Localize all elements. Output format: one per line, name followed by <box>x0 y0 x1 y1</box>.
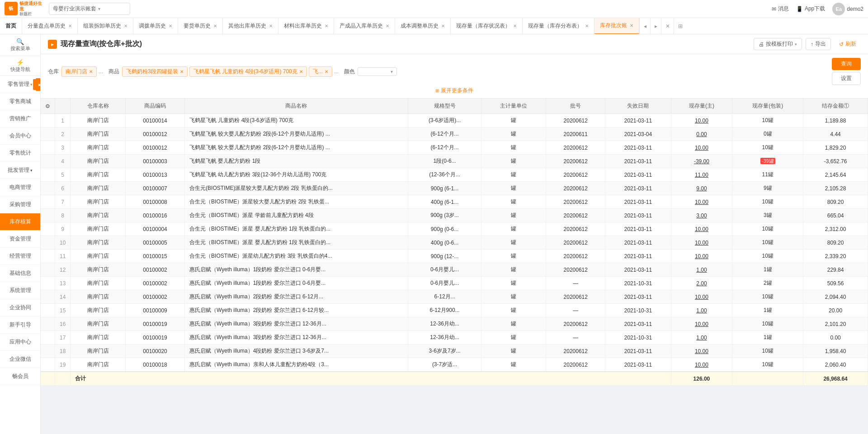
product-tag-1[interactable]: 飞鹤奶粉3段四罐提装 ✕ <box>122 66 188 77</box>
tab-8[interactable]: 成本调整单历史 ✕ <box>395 18 451 34</box>
sidebar-item-purchase[interactable]: 采购管理 <box>0 196 40 213</box>
sidebar-search[interactable]: 🔍 搜索菜单 <box>0 34 40 56</box>
sidebar-item-basics[interactable]: 基础信息 <box>0 265 40 282</box>
sidebar-item-vip[interactable]: 畅会员 <box>0 368 40 385</box>
warehouse-ellipsis: ... <box>99 68 103 75</box>
sidebar-item-members[interactable]: 会员中心 <box>0 127 40 145</box>
sidebar-item-marketing[interactable]: 营销推广 <box>0 110 40 127</box>
sidebar-item-wechat[interactable]: 企业微信 <box>0 351 40 368</box>
tab-10[interactable]: 现存量（库存分布表） ✕ <box>523 18 594 34</box>
cell-qty-main[interactable]: 3.00 <box>671 209 732 222</box>
cell-spec: 12-36月幼... <box>408 331 481 344</box>
cell-unit: 罐 <box>481 344 546 358</box>
tab-7-close[interactable]: ✕ <box>386 24 389 28</box>
tab-2[interactable]: 组装拆卸单历史 ✕ <box>78 18 133 34</box>
cell-qty-main[interactable]: 1.00 <box>671 304 732 317</box>
sidebar-item-retail-store[interactable]: 零售商城 <box>0 93 40 110</box>
expand-more-btn[interactable]: ⊞ 展开更多条件 <box>48 87 861 94</box>
sidebar-item-operations[interactable]: 经营管理 <box>0 248 40 265</box>
tab-1[interactable]: 分量盘点单历史 ✕ <box>22 18 78 34</box>
template-print-btn[interactable]: 🖨 按模板打印 ▾ <box>754 38 802 50</box>
tab-1-close[interactable]: ✕ <box>68 24 72 28</box>
sidebar-item-retail-mgmt[interactable]: 零售管理 ▾ ▸ <box>0 76 40 93</box>
sidebar-item-retail-stats[interactable]: 零售统计 <box>0 145 40 162</box>
tab-home[interactable]: 首页 <box>0 18 22 34</box>
sidebar-item-ecommerce[interactable]: 电商管理 <box>0 179 40 196</box>
tab-8-close[interactable]: ✕ <box>441 24 445 28</box>
cell-qty-main[interactable]: 10.00 <box>671 358 732 372</box>
search-btn[interactable]: 查询 <box>832 58 861 70</box>
cell-spec: 6-12月... <box>408 290 481 304</box>
sidebar-item-inventory[interactable]: 库存核算 <box>0 213 40 231</box>
cell-qty-main[interactable]: 11.00 <box>671 168 732 182</box>
workspace-selector[interactable]: 母婴行业演示账套 ▾ <box>49 3 130 15</box>
nav-arrow-left[interactable]: ◂ <box>640 18 651 34</box>
cell-qty-main[interactable]: 2.00 <box>671 277 732 290</box>
cell-qty-main[interactable]: -39.00 <box>671 155 732 168</box>
cell-qty-main[interactable]: 10.00 <box>671 317 732 331</box>
tab-3-close[interactable]: ✕ <box>169 24 172 28</box>
sidebar-item-system[interactable]: 系统管理 <box>0 282 40 299</box>
nav-expand[interactable]: ⊞ <box>674 18 687 34</box>
tab-4[interactable]: 要货单历史 ✕ <box>178 18 223 34</box>
th-settings[interactable]: ⚙ <box>41 99 55 114</box>
cell-qty-main[interactable]: 10.00 <box>671 290 732 304</box>
cell-qty-main[interactable]: 10.00 <box>671 222 732 236</box>
tab-9[interactable]: 现存量（库存状况表） ✕ <box>451 18 523 34</box>
sidebar-item-system-label: 系统管理 <box>9 287 31 293</box>
warehouse-tag-close[interactable]: ✕ <box>89 69 93 74</box>
app-download-btn[interactable]: 📱 App下载 <box>796 5 825 13</box>
cell-spec: 900g (3岁... <box>408 209 481 222</box>
tab-9-close[interactable]: ✕ <box>513 24 517 28</box>
filter-row: 仓库 南岸门店 ✕ ... 商品 飞鹤奶粉3段四罐提装 <box>48 58 861 85</box>
user-area[interactable]: Ea demo2 <box>832 3 863 15</box>
sidebar-item-finance[interactable]: 资金管理 <box>0 231 40 248</box>
cell-qty-main[interactable]: 1.00 <box>671 331 732 344</box>
tab-5[interactable]: 其他出库单历史 ✕ <box>223 18 278 34</box>
sidebar-item-app-center[interactable]: 应用中心 <box>0 334 40 351</box>
product-tag-2[interactable]: 飞鹤星飞帆 儿童奶粉 4段(3-6岁适用) 700克 ✕ <box>189 66 307 77</box>
cell-qty-main[interactable]: 10.00 <box>671 195 732 209</box>
sidebar-quick-nav[interactable]: ⚡ 快捷导航 <box>0 56 40 76</box>
tab-7[interactable]: 产成品入库单历史 ✕ <box>334 18 395 34</box>
warehouse-tag-nanbank[interactable]: 南岸门店 ✕ <box>61 66 97 77</box>
nav-arrow-right[interactable]: ▸ <box>651 18 661 34</box>
tab-6[interactable]: 材料出库单历史 ✕ <box>278 18 334 34</box>
tab-4-close[interactable]: ✕ <box>213 24 217 28</box>
tab-11-close[interactable]: ✕ <box>630 23 633 28</box>
product-tag-1-close[interactable]: ✕ <box>180 69 184 74</box>
message-btn[interactable]: ✉ 消息 <box>772 5 789 13</box>
cell-qty-pkg: 10罐 <box>732 195 803 209</box>
cell-num: 13 <box>55 277 71 290</box>
sidebar-item-wholesale[interactable]: 批发管理 ▾ <box>0 162 40 179</box>
color-filter: 颜色 ▾ <box>344 67 397 76</box>
cell-qty-main[interactable]: 0.00 <box>671 127 732 141</box>
tab-5-close[interactable]: ✕ <box>269 24 273 28</box>
export-btn[interactable]: ↑ 导出 <box>806 38 831 50</box>
cell-settings <box>41 182 55 195</box>
cell-qty-main[interactable]: 10.00 <box>671 114 732 127</box>
cell-qty-main[interactable]: 10.00 <box>671 141 732 155</box>
orange-expand-arrow[interactable]: ▸ <box>36 78 41 91</box>
tab-10-close[interactable]: ✕ <box>585 24 589 28</box>
cell-num: 10 <box>55 236 71 250</box>
color-input[interactable]: ▾ <box>358 67 397 76</box>
settings-btn[interactable]: 设置 <box>832 72 861 85</box>
cell-qty-main[interactable]: 10.00 <box>671 250 732 263</box>
tab-11[interactable]: 库存批次账 ✕ <box>594 18 639 34</box>
sidebar-item-collab[interactable]: 企业协同 <box>0 299 40 316</box>
cell-qty-main[interactable]: 10.00 <box>671 344 732 358</box>
cell-qty-main[interactable]: 10.00 <box>671 236 732 250</box>
product-tag-3[interactable]: 飞... ✕ <box>309 66 332 77</box>
sidebar-item-guide[interactable]: 新手引导 <box>0 316 40 334</box>
nav-close-all[interactable]: ✕ <box>661 18 674 34</box>
tab-6-close[interactable]: ✕ <box>325 24 328 28</box>
product-tag-3-close[interactable]: ✕ <box>325 69 328 74</box>
tab-2-close[interactable]: ✕ <box>124 24 127 28</box>
expand-sidebar-btn[interactable]: ▸ <box>48 40 57 49</box>
cell-qty-main[interactable]: 1.00 <box>671 263 732 277</box>
refresh-btn[interactable]: ↺ 刷新 <box>835 38 861 50</box>
tab-3[interactable]: 调拨单历史 ✕ <box>133 18 178 34</box>
cell-qty-main[interactable]: 9.00 <box>671 182 732 195</box>
product-tag-2-close[interactable]: ✕ <box>299 69 303 74</box>
